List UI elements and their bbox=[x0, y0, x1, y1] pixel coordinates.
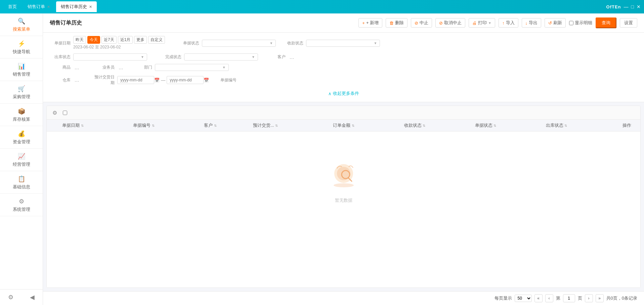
calendar-to-icon[interactable]: 📅 bbox=[204, 78, 209, 83]
salesperson-dots[interactable]: ... bbox=[117, 65, 124, 71]
complete-status-select[interactable]: ▼ bbox=[184, 53, 258, 61]
col-bill-status[interactable]: 单据状态 ⇅ bbox=[472, 120, 543, 131]
last-page-button[interactable]: » bbox=[596, 294, 604, 302]
inventory-icon: 📦 bbox=[18, 108, 25, 115]
delivery-status-select[interactable]: ▼ bbox=[73, 53, 147, 61]
col-date[interactable]: 单据日期 ⇅ bbox=[59, 120, 130, 131]
date-btn-more[interactable]: 更多 bbox=[134, 36, 147, 44]
print-button[interactable]: 🖨 打印 ▼ bbox=[469, 18, 495, 28]
expected-delivery-from[interactable] bbox=[117, 76, 154, 84]
tab-sales-order-history-close[interactable]: ✕ bbox=[89, 5, 92, 9]
tab-home[interactable]: 首页 bbox=[3, 1, 22, 12]
col-bill-no-label: 单据编号 bbox=[133, 123, 151, 128]
col-expected-delivery[interactable]: 预计交货... ⇅ bbox=[250, 120, 330, 131]
col-payment-status-label: 收款状态 bbox=[404, 123, 422, 128]
sidebar-item-purchase[interactable]: 🛒 采购管理 bbox=[0, 81, 43, 104]
col-customer[interactable]: 客户 ⇅ bbox=[201, 120, 250, 131]
date-btn-today[interactable]: 今天 bbox=[87, 36, 100, 44]
sidebar-item-quick-nav[interactable]: ⚡ 快捷导航 bbox=[0, 36, 43, 59]
col-payment-status[interactable]: 收款状态 ⇅ bbox=[401, 120, 472, 131]
per-page-select[interactable]: 50 20 100 bbox=[515, 295, 532, 302]
col-customer-label: 客户 bbox=[204, 123, 213, 128]
filter-area: 单据日期 昨天 今天 近7天 近1月 更多 自定义 2023-06-02 至 2… bbox=[43, 33, 644, 102]
pagination-bar: 每页显示 50 20 100 « ‹ 第 页 › » 共0页，0条记录 bbox=[43, 291, 644, 305]
refresh-button[interactable]: ↺ 刷新 bbox=[545, 18, 566, 28]
delivery-status-caret: ▼ bbox=[141, 55, 144, 59]
settings-button[interactable]: 设置 bbox=[620, 18, 637, 28]
new-button[interactable]: + + 新增 bbox=[358, 18, 382, 28]
display-detail-input[interactable] bbox=[569, 21, 573, 25]
col-customer-sort: ⇅ bbox=[214, 124, 217, 127]
col-delivery-status[interactable]: 出库状态 ⇅ bbox=[543, 120, 613, 131]
table-area: ⚙ 单据日期 ⇅ 单据编号 ⇅ bbox=[46, 106, 641, 288]
sidebar-item-label-sales: 销售管理 bbox=[13, 71, 30, 77]
minimize-button[interactable]: — bbox=[624, 4, 629, 9]
table-settings-icon[interactable]: ⚙ bbox=[50, 108, 59, 117]
collapse-row[interactable]: ∧ 收起更多条件 bbox=[50, 89, 637, 99]
sidebar-item-sys-admin[interactable]: ⚙ 系统管理 bbox=[0, 194, 43, 216]
print-icon: 🖨 bbox=[472, 21, 477, 26]
maximize-button[interactable]: □ bbox=[631, 4, 634, 9]
sidebar-bottom: ⚙ ◀ bbox=[0, 289, 43, 305]
payment-status-caret: ▼ bbox=[374, 41, 377, 45]
sidebar-collapse-icon[interactable]: ◀ bbox=[30, 294, 35, 301]
current-page-input[interactable] bbox=[563, 294, 575, 302]
department-select[interactable]: ▼ bbox=[155, 64, 229, 71]
bill-status-select[interactable]: ▼ bbox=[202, 40, 276, 47]
table-wrap: 单据日期 ⇅ 单据编号 ⇅ 客户 ⇅ bbox=[47, 120, 640, 288]
finance-icon: 💰 bbox=[18, 130, 25, 138]
sidebar-item-finance[interactable]: 💰 资金管理 bbox=[0, 126, 43, 149]
date-btn-1month[interactable]: 近1月 bbox=[118, 36, 133, 44]
filter-row-4: 仓库 ... 预计交货日期 📅 — 📅 单据编号 bbox=[50, 74, 637, 86]
col-bill-no[interactable]: 单据编号 ⇅ bbox=[130, 120, 201, 131]
sidebar-item-basic-info[interactable]: 📋 基础信息 bbox=[0, 171, 43, 194]
customer-dots[interactable]: ... bbox=[288, 54, 295, 60]
tab-sales-order-history[interactable]: 销售订单历史 ✕ bbox=[56, 1, 97, 12]
salesperson-label: 业务员 bbox=[94, 65, 117, 70]
date-btn-custom[interactable]: 自定义 bbox=[148, 36, 165, 44]
sidebar-item-inventory[interactable]: 📦 库存核算 bbox=[0, 104, 43, 126]
data-table: 单据日期 ⇅ 单据编号 ⇅ 客户 ⇅ bbox=[47, 120, 640, 131]
delete-button[interactable]: 🗑 删除 bbox=[386, 18, 407, 28]
select-all-checkbox[interactable] bbox=[63, 111, 67, 115]
product-dots[interactable]: ... bbox=[73, 65, 80, 71]
content: 销售订单历史 + + 新增 🗑 删除 ⊘ 中止 ⊘ bbox=[43, 13, 644, 305]
col-order-amount[interactable]: 订单金额 ⇅ bbox=[330, 120, 400, 131]
sidebar-item-operations[interactable]: 📈 经营管理 bbox=[0, 149, 43, 171]
quick-nav-icon: ⚡ bbox=[18, 40, 25, 47]
sidebar-item-search-menu[interactable]: 🔍 搜索菜单 bbox=[0, 13, 43, 36]
stop-button[interactable]: ⊘ 中止 bbox=[411, 18, 432, 28]
col-payment-status-sort: ⇅ bbox=[423, 124, 425, 127]
date-separator: — bbox=[160, 78, 167, 83]
col-delivery-status-sort: ⇅ bbox=[564, 124, 567, 127]
expected-delivery-to[interactable] bbox=[167, 76, 204, 84]
next-page-button[interactable]: › bbox=[585, 294, 593, 302]
prev-page-button[interactable]: ‹ bbox=[545, 294, 553, 302]
display-detail-checkbox[interactable]: 显示明细 bbox=[569, 20, 592, 26]
warehouse-dots[interactable]: ... bbox=[73, 77, 80, 83]
filter-row-1: 单据日期 昨天 今天 近7天 近1月 更多 自定义 2023-06-02 至 2… bbox=[50, 36, 637, 50]
tab-sales-order-close[interactable]: ✕ bbox=[47, 5, 50, 9]
table-toolbar: ⚙ bbox=[47, 106, 640, 120]
import-button[interactable]: ↑ 导入 bbox=[499, 18, 518, 28]
date-btn-7days[interactable]: 近7天 bbox=[101, 36, 117, 44]
date-quick-buttons: 昨天 今天 近7天 近1月 更多 自定义 bbox=[73, 36, 165, 44]
tab-sales-order[interactable]: 销售订单 ✕ bbox=[23, 1, 55, 12]
sidebar-item-sales[interactable]: 📊 销售管理 bbox=[0, 59, 43, 81]
sidebar-item-label-purchase: 采购管理 bbox=[13, 94, 30, 100]
cancel-stop-button[interactable]: ⊘ 取消中止 bbox=[435, 18, 465, 28]
calendar-from-icon[interactable]: 📅 bbox=[154, 78, 160, 83]
close-button[interactable]: ✕ bbox=[637, 4, 641, 9]
date-btn-yesterday[interactable]: 昨天 bbox=[73, 36, 86, 44]
sidebar: 🔍 搜索菜单 ⚡ 快捷导航 📊 销售管理 🛒 采购管理 📦 库存核算 💰 资金管… bbox=[0, 13, 43, 305]
print-dropdown-icon: ▼ bbox=[488, 21, 491, 25]
product-label: 商品 bbox=[50, 65, 73, 70]
payment-status-select[interactable]: ▼ bbox=[306, 40, 380, 47]
search-menu-icon: 🔍 bbox=[18, 17, 25, 25]
empty-text: 暂无数据 bbox=[335, 197, 352, 203]
query-button[interactable]: 查询 bbox=[596, 17, 616, 28]
sidebar-settings-icon[interactable]: ⚙ bbox=[8, 294, 13, 301]
col-date-label: 单据日期 bbox=[62, 123, 80, 128]
export-button[interactable]: ↓ 导出 bbox=[522, 18, 542, 28]
first-page-button[interactable]: « bbox=[534, 294, 543, 302]
